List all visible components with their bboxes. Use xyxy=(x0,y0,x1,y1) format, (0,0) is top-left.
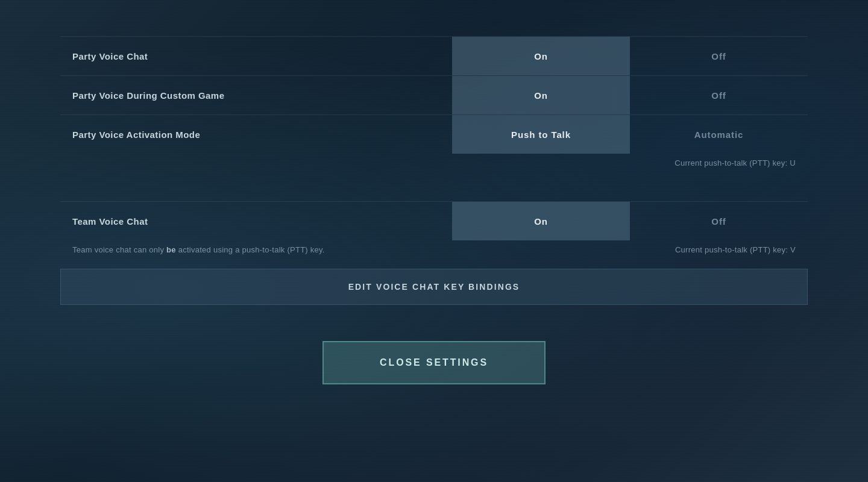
team-voice-chat-off-button[interactable]: Off xyxy=(630,202,808,240)
party-voice-chat-off-button[interactable]: Off xyxy=(630,37,808,75)
close-settings-wrap: CLOSE SETTINGS xyxy=(60,341,808,384)
party-voice-custom-game-off-button[interactable]: Off xyxy=(630,76,808,114)
team-voice-bold: be xyxy=(166,245,176,254)
team-voice-chat-row: Team Voice Chat On Off xyxy=(60,201,808,240)
party-voice-custom-game-on-button[interactable]: On xyxy=(452,76,630,114)
party-voice-activation-row: Party Voice Activation Mode Push to Talk… xyxy=(60,114,808,154)
party-ptt-key-info-row: Current push-to-talk (PTT) key: U xyxy=(60,154,808,177)
team-voice-ptt-key-info: Current push-to-talk (PTT) key: V xyxy=(675,245,796,254)
party-voice-custom-game-row: Party Voice During Custom Game On Off xyxy=(60,75,808,114)
settings-container: Party Voice Chat On Off Party Voice Duri… xyxy=(60,0,808,384)
party-ptt-key-info: Current push-to-talk (PTT) key: U xyxy=(675,158,796,167)
party-voice-custom-game-label: Party Voice During Custom Game xyxy=(60,81,452,110)
party-voice-activation-label: Party Voice Activation Mode xyxy=(60,120,452,149)
party-voice-automatic-button[interactable]: Automatic xyxy=(630,115,808,154)
party-voice-activation-options: Push to Talk Automatic xyxy=(452,115,808,154)
party-voice-custom-game-options: On Off xyxy=(452,76,808,114)
team-voice-info-row: Team voice chat can only be activated us… xyxy=(60,240,808,264)
edit-voice-chat-key-bindings-button[interactable]: EDIT VOICE CHAT KEY BINDINGS xyxy=(60,269,808,305)
team-voice-chat-options: On Off xyxy=(452,202,808,240)
party-voice-chat-label: Party Voice Chat xyxy=(60,42,452,71)
section-gap xyxy=(60,177,808,201)
team-voice-info-left: Team voice chat can only be activated us… xyxy=(72,245,325,254)
team-voice-chat-label: Team Voice Chat xyxy=(60,207,452,236)
party-voice-chat-row: Party Voice Chat On Off xyxy=(60,36,808,75)
party-voice-chat-options: On Off xyxy=(452,37,808,75)
party-voice-chat-on-button[interactable]: On xyxy=(452,37,630,75)
team-voice-chat-on-button[interactable]: On xyxy=(452,202,630,240)
close-settings-button[interactable]: CLOSE SETTINGS xyxy=(322,341,546,384)
party-voice-push-to-talk-button[interactable]: Push to Talk xyxy=(452,115,630,154)
